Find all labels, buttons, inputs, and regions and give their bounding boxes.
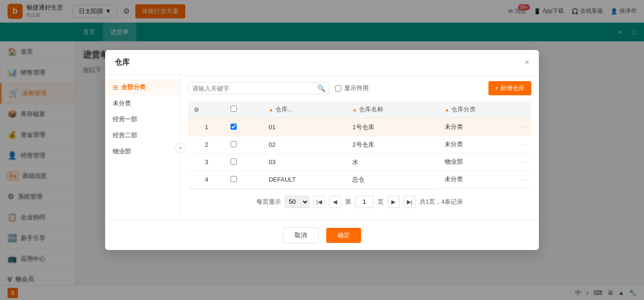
modal-body: ⊞ 全部分类 未分类 经营一部 经营二部 物业部 « 🔍 [105, 75, 539, 220]
show-disabled-label[interactable]: 显示停用 [335, 84, 369, 92]
row-code: 02 [263, 136, 347, 153]
select-all-checkbox[interactable] [231, 106, 237, 112]
row-code: 03 [263, 153, 347, 171]
gear-icon[interactable]: ⚙ [194, 106, 199, 113]
table-row[interactable]: 2 02 2号仓库 未分类··· [188, 136, 531, 153]
row-name: 总仓 [347, 171, 439, 188]
table-row[interactable]: 3 03 水 物业部··· [188, 153, 531, 171]
per-page-select[interactable]: 50 10 20 100 [285, 196, 309, 208]
last-page-btn[interactable]: ▶| [404, 196, 416, 208]
modal-header: 仓库 × [105, 50, 539, 75]
warehouse-table: ⚙ ▲ 仓库... ▲ 仓库名称 [188, 101, 531, 189]
row-category: 未分类··· [439, 136, 531, 153]
modal-close-btn[interactable]: × [524, 58, 529, 67]
row-checkbox[interactable] [225, 118, 263, 136]
grid-icon: ⊞ [113, 83, 118, 91]
row-index: 1 [188, 118, 225, 136]
sort-icon-code: ▲ [269, 107, 273, 112]
row-checkbox[interactable] [225, 171, 263, 188]
table-row[interactable]: 4 DEFAULT 总仓 未分类··· [188, 171, 531, 188]
row-category: 未分类··· [439, 171, 531, 188]
first-page-btn[interactable]: |◀ [313, 196, 325, 208]
row-code: 01 [263, 118, 347, 136]
category-item-3[interactable]: 物业部 [105, 143, 180, 159]
category-item-0[interactable]: 未分类 [105, 95, 180, 111]
page-label: 第 [345, 198, 351, 206]
row-category: 物业部··· [439, 153, 531, 171]
search-box: 🔍 [188, 82, 330, 94]
th-settings: ⚙ [188, 101, 225, 118]
row-code: DEFAULT [263, 171, 347, 188]
show-disabled-text: 显示停用 [344, 84, 369, 92]
row-index: 2 [188, 136, 225, 153]
row-action-btn[interactable]: ··· [520, 124, 526, 131]
category-panel: ⊞ 全部分类 未分类 经营一部 经营二部 物业部 « [105, 75, 181, 220]
th-code[interactable]: ▲ 仓库... [263, 101, 347, 118]
search-icon[interactable]: 🔍 [317, 84, 325, 92]
total-info: 共1页，4条记录 [420, 198, 463, 206]
modal-footer: 取消 确定 [105, 220, 539, 250]
confirm-btn[interactable]: 确定 [326, 228, 361, 243]
category-item-1[interactable]: 经营一部 [105, 111, 180, 127]
row-category: 未分类··· [439, 118, 531, 136]
category-all-item[interactable]: ⊞ 全部分类 [105, 79, 180, 95]
sort-icon-category: ▲ [445, 107, 449, 112]
th-code-label: 仓库... [275, 105, 293, 114]
page-suffix: 页 [378, 198, 384, 206]
row-action-btn[interactable]: ··· [520, 158, 526, 166]
row-name: 1号仓库 [347, 118, 439, 136]
row-checkbox[interactable] [225, 136, 263, 153]
row-checkbox[interactable] [225, 153, 263, 171]
sort-icon-name: ▲ [352, 107, 357, 112]
pagination: 每页显示 50 10 20 100 |◀ ◀ 第 页 ▶ ▶| 共1页，4条记录 [188, 189, 531, 215]
table-row[interactable]: 1 01 1号仓库 未分类··· [188, 118, 531, 136]
table-toolbar: 🔍 显示停用 + 新增仓库 [188, 81, 531, 95]
search-input[interactable] [192, 85, 314, 92]
th-category[interactable]: ▲ 仓库分类 [439, 101, 531, 118]
row-action-btn[interactable]: ··· [520, 176, 526, 183]
th-category-label: 仓库分类 [451, 105, 476, 114]
page-input[interactable] [355, 196, 374, 208]
prev-page-btn[interactable]: ◀ [329, 196, 341, 208]
per-page-label: 每页显示 [256, 198, 281, 206]
row-index: 4 [188, 171, 225, 188]
warehouse-modal: 仓库 × ⊞ 全部分类 未分类 经营一部 经营二部 物业部 « [105, 50, 539, 250]
show-disabled-checkbox[interactable] [335, 85, 341, 92]
modal-title: 仓库 [115, 58, 130, 67]
category-collapse-btn[interactable]: « [175, 143, 186, 153]
cancel-btn[interactable]: 取消 [283, 227, 319, 243]
modal-overlay: 仓库 × ⊞ 全部分类 未分类 经营一部 经营二部 物业部 « [0, 0, 644, 300]
th-name-label: 仓库名称 [359, 105, 383, 114]
next-page-btn[interactable]: ▶ [388, 196, 400, 208]
table-panel: 🔍 显示停用 + 新增仓库 ⚙ [181, 75, 539, 220]
row-index: 3 [188, 153, 225, 171]
add-warehouse-btn[interactable]: + 新增仓库 [488, 81, 531, 95]
th-checkbox [225, 101, 263, 118]
category-all-label: 全部分类 [121, 83, 146, 92]
category-item-2[interactable]: 经营二部 [105, 127, 180, 143]
row-action-btn[interactable]: ··· [520, 141, 526, 148]
th-name[interactable]: ▲ 仓库名称 [347, 101, 439, 118]
row-name: 2号仓库 [347, 136, 439, 153]
row-name: 水 [347, 153, 439, 171]
